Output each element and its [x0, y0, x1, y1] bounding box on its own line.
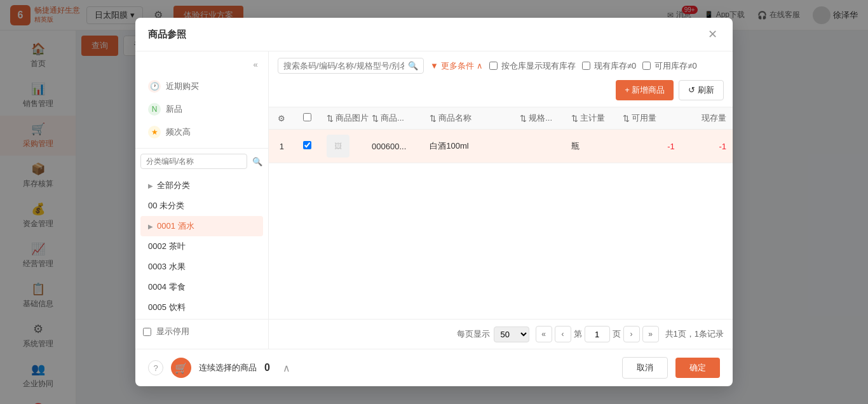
active-arrow-icon: ▶: [148, 223, 153, 230]
checkbox-current-stock: 现有库存≠0: [582, 60, 636, 72]
page-total-info: 共1页，1条记录: [665, 328, 724, 340]
product-reference-modal: 商品参照 ✕ « 🕐 近期购买 N 新品: [135, 18, 733, 386]
collapse-left-btn[interactable]: «: [248, 57, 263, 72]
next-page-btn[interactable]: ›: [623, 326, 640, 342]
category-search-box: 🔍: [135, 149, 268, 173]
unit-sort-icon[interactable]: ⇅: [571, 114, 578, 123]
available-col-label: 可用量: [632, 112, 656, 124]
footer-collapse-btn[interactable]: ∧: [278, 359, 295, 377]
row-stock-cell: -1: [681, 130, 733, 163]
available-sort-icon[interactable]: ⇅: [623, 114, 630, 123]
current-stock-label[interactable]: 现有库存≠0: [594, 60, 636, 72]
product-search-icon[interactable]: 🔍: [408, 61, 418, 71]
cart-icon[interactable]: 🛒: [171, 358, 191, 378]
refresh-btn[interactable]: ↺ 刷新: [679, 80, 724, 100]
category-0001-label: 0001 酒水: [157, 220, 194, 232]
name-sort-icon[interactable]: ⇅: [430, 114, 437, 123]
last-page-btn[interactable]: »: [642, 326, 659, 342]
cart-count: 0: [264, 362, 270, 374]
available-stock-checkbox[interactable]: [642, 62, 651, 70]
modal-title: 商品参照: [148, 29, 186, 41]
tab-frequent[interactable]: ★ 频次高: [140, 121, 263, 143]
category-all[interactable]: ▶ 全部分类: [140, 175, 263, 196]
col-spec-header: ⇅规格...: [513, 107, 565, 130]
new-icon: N: [148, 103, 161, 116]
row-select-checkbox[interactable]: [303, 141, 311, 149]
settings-col-icon[interactable]: ⚙: [278, 114, 285, 123]
row-index: 1: [269, 130, 295, 163]
product-stock: -1: [719, 142, 726, 151]
category-0004-label: 0004 零食: [148, 281, 186, 293]
modal-left-panel: « 🕐 近期购买 N 新品 ★ 频次高: [135, 51, 269, 349]
help-btn[interactable]: ?: [148, 360, 163, 375]
page-nav: « ‹ 第 页 › »: [536, 326, 659, 342]
modal-close-button[interactable]: ✕: [705, 27, 720, 42]
first-page-btn[interactable]: «: [536, 326, 552, 342]
page-number-input[interactable]: [585, 326, 610, 342]
confirm-btn[interactable]: 确定: [675, 358, 720, 378]
row-unit-cell: 瓶: [565, 130, 616, 163]
select-all-checkbox[interactable]: [303, 113, 311, 121]
tab-recent-purchase[interactable]: 🕐 近期购买: [140, 76, 263, 97]
frequent-label: 频次高: [166, 126, 191, 138]
col-name-header: ⇅商品名称: [423, 107, 513, 130]
category-search-input[interactable]: [140, 154, 247, 169]
code-sort-icon[interactable]: ⇅: [372, 114, 379, 123]
category-0003-label: 0003 水果: [148, 261, 186, 273]
cancel-btn[interactable]: 取消: [622, 357, 668, 379]
page-size-selector: 每页显示 20 50 100: [457, 327, 529, 342]
available-stock-label[interactable]: 可用库存≠0: [654, 60, 696, 72]
page-size-label: 每页显示: [457, 328, 490, 340]
spec-sort-icon[interactable]: ⇅: [520, 114, 527, 123]
img-sort-icon[interactable]: ⇅: [327, 114, 334, 123]
show-disabled-checkbox[interactable]: [143, 328, 151, 336]
product-code: 000600...: [372, 142, 406, 151]
filter-btn-label: 更多条件: [441, 60, 474, 72]
page-suffix: 页: [613, 328, 621, 340]
toolbar-actions: + 新增商品 ↺ 刷新: [616, 80, 724, 100]
category-0002[interactable]: 0002 茶叶: [140, 236, 263, 257]
img-col-label: 商品图片: [336, 112, 369, 124]
more-conditions-btn[interactable]: ▼ 更多条件 ∧: [430, 60, 483, 72]
category-0003[interactable]: 0003 水果: [140, 257, 263, 277]
row-code-cell: 000600...: [365, 130, 423, 163]
category-0001[interactable]: ▶ 0001 酒水: [140, 216, 263, 236]
modal-header: 商品参照 ✕: [135, 18, 733, 51]
modal-footer: ? 🛒 连续选择的商品 0 ∧ 取消 确定: [135, 349, 733, 386]
category-0004[interactable]: 0004 零食: [140, 277, 263, 297]
add-product-btn[interactable]: + 新增商品: [616, 80, 674, 100]
col-check: [295, 107, 321, 130]
warehouse-stock-checkbox[interactable]: [489, 62, 498, 70]
spec-col-label: 规格...: [529, 112, 552, 124]
page-label: 第: [574, 328, 582, 340]
product-search-input[interactable]: [283, 61, 404, 71]
product-img: 🖼: [327, 135, 349, 158]
filter-collapse-icon: ∧: [477, 61, 483, 71]
row-checkbox-cell: [295, 130, 321, 163]
pagination: 每页显示 20 50 100 « ‹ 第 页 ›: [269, 319, 733, 349]
col-stock-header: 现存量: [681, 107, 733, 130]
category-all-label: 全部分类: [157, 180, 190, 191]
modal-right-panel: 🔍 ▼ 更多条件 ∧ 按仓库显示现有库存 现有库存≠0: [269, 51, 733, 349]
product-available: -1: [667, 142, 675, 151]
table-row[interactable]: 1 🖼 000600...: [269, 130, 733, 163]
all-arrow-icon: ▶: [148, 182, 153, 189]
clock-icon: 🕐: [148, 80, 161, 93]
category-0005[interactable]: 0005 饮料: [140, 297, 263, 318]
category-search-icon[interactable]: 🔍: [251, 154, 263, 169]
show-disabled-label[interactable]: 显示停用: [156, 326, 189, 337]
col-code-header: ⇅商品...: [365, 107, 423, 130]
product-unit: 瓶: [571, 141, 580, 151]
unit-col-label: 主计量: [580, 112, 605, 124]
warehouse-stock-label[interactable]: 按仓库显示现有库存: [501, 60, 576, 72]
right-toolbar: 🔍 ▼ 更多条件 ∧ 按仓库显示现有库存 现有库存≠0: [269, 51, 733, 107]
modal-left-footer: 显示停用: [135, 319, 268, 344]
page-size-select[interactable]: 20 50 100: [494, 327, 529, 342]
product-name: 白酒100ml: [430, 141, 468, 151]
prev-page-btn[interactable]: ‹: [555, 326, 571, 342]
col-img-header: ⇅商品图片: [320, 107, 365, 130]
tab-new-products[interactable]: N 新品: [140, 98, 263, 120]
modal-overlay: 商品参照 ✕ « 🕐 近期购买 N 新品: [0, 0, 868, 404]
current-stock-checkbox[interactable]: [582, 62, 590, 70]
category-00[interactable]: 00 未分类: [140, 196, 263, 216]
